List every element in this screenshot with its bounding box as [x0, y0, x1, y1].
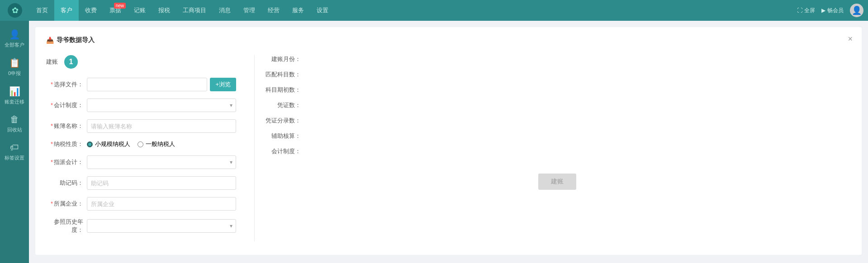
- voucher-count-row: 凭证数：: [264, 101, 851, 109]
- build-month-row: 建账月份：: [264, 55, 851, 63]
- step-label: 建账: [46, 58, 58, 66]
- voucher-entries-label: 凭证分录数：: [264, 117, 304, 125]
- build-account-button[interactable]: 建账: [538, 174, 576, 190]
- tags-icon: 🏷: [10, 142, 19, 153]
- history-year-label: 参照历史年度：: [46, 218, 87, 234]
- sidebar-item-all-clients[interactable]: 👤 全部客户: [1, 25, 28, 52]
- file-row: *选择文件： +浏览: [46, 78, 236, 91]
- nav-item-business[interactable]: 工商项目: [176, 0, 213, 21]
- form-right: 建账月份： 匹配科目数： 科目期初数： 凭证数：: [254, 55, 851, 241]
- accountant-select[interactable]: [87, 155, 236, 169]
- period-initial-label: 科目期初数：: [264, 86, 304, 94]
- right-accounting-system-label: 会计制度：: [264, 147, 304, 155]
- form-left: 建账 1 *选择文件： +浏览: [46, 55, 254, 241]
- new-badge: new: [114, 3, 126, 9]
- nav-item-tax[interactable]: 报税: [152, 0, 176, 21]
- build-btn-wrap: 建账: [264, 169, 851, 190]
- step-header: 建账 1: [46, 55, 236, 69]
- general-taxpayer-radio[interactable]: [138, 141, 143, 147]
- nav-items: 首页 客户 收费 票据 new 记账 报税 工商项目 消息 管理 经营 服务 设…: [30, 0, 797, 21]
- fullscreen-icon: ⛶: [797, 7, 802, 14]
- card-title: 📥 导爷数据导入: [46, 36, 851, 44]
- memo-code-row: 助记码：: [46, 176, 236, 190]
- nav-item-home[interactable]: 首页: [30, 0, 54, 21]
- form-area: 建账 1 *选择文件： +浏览: [46, 55, 851, 241]
- tax-type-radio-group: 小规模纳税人 一般纳税人: [87, 140, 175, 148]
- sidebar-item-declaration[interactable]: 📋 0申报: [1, 54, 28, 80]
- tax-type-row: *纳税性质： 小规模纳税人 一般纳税人: [46, 140, 236, 148]
- step-circle: 1: [64, 55, 78, 69]
- top-nav: ✿ 首页 客户 收费 票据 new 记账 报税 工商项目 消息 管理 经营 服务…: [0, 0, 868, 21]
- migration-icon: 📊: [9, 86, 20, 97]
- build-month-label: 建账月份：: [264, 55, 304, 63]
- import-icon: 📥: [46, 37, 54, 44]
- member-button[interactable]: ▶ 畅会员: [821, 7, 844, 14]
- nav-item-operation[interactable]: 经营: [261, 0, 286, 21]
- accounting-system-row: *会计制度：: [46, 99, 236, 112]
- accountant-select-wrap: [87, 155, 236, 169]
- declaration-icon: 📋: [9, 57, 20, 68]
- layout: 👤 全部客户 📋 0申报 📊 账套迁移 🗑 回收站 🏷 标签设置 📥 导爷数据导…: [0, 21, 868, 263]
- browse-button[interactable]: +浏览: [210, 78, 236, 91]
- voucher-count-label: 凭证数：: [264, 101, 304, 109]
- logo[interactable]: ✿: [5, 0, 25, 21]
- close-button[interactable]: ×: [848, 34, 853, 44]
- nav-item-bookkeeping[interactable]: 记账: [128, 0, 152, 21]
- nav-item-management[interactable]: 管理: [237, 0, 261, 21]
- accounting-system-select[interactable]: [87, 99, 236, 112]
- small-taxpayer-option[interactable]: 小规模纳税人: [87, 140, 130, 148]
- history-year-row: 参照历史年度：: [46, 218, 236, 234]
- import-card: 📥 导爷数据导入 × 建账 1 *选择文件：: [35, 27, 862, 255]
- sidebar-item-tags[interactable]: 🏷 标签设置: [1, 139, 28, 165]
- auxiliary-label: 辅助核算：: [264, 132, 304, 140]
- company-row: *所属企业：: [46, 197, 236, 211]
- recycle-icon: 🗑: [10, 114, 19, 125]
- fullscreen-button[interactable]: ⛶ 全屏: [797, 7, 815, 14]
- history-year-select[interactable]: [87, 219, 236, 233]
- nav-item-client[interactable]: 客户: [54, 0, 79, 21]
- avatar[interactable]: 👤: [850, 4, 863, 17]
- memo-code-label: 助记码：: [46, 179, 87, 187]
- nav-right: ⛶ 全屏 ▶ 畅会员 👤: [797, 4, 863, 17]
- ledger-name-row: *账簿名称：: [46, 119, 236, 133]
- file-input[interactable]: [87, 78, 207, 91]
- nav-item-settings[interactable]: 设置: [310, 0, 335, 21]
- company-label: *所属企业：: [46, 200, 87, 208]
- accounting-system-label: *会计制度：: [46, 101, 87, 109]
- ledger-name-input[interactable]: [87, 119, 236, 133]
- voucher-entries-row: 凭证分录数：: [264, 117, 851, 125]
- file-input-wrap: +浏览: [87, 78, 236, 91]
- main-content: 📥 导爷数据导入 × 建账 1 *选择文件：: [29, 21, 868, 263]
- period-initial-row: 科目期初数：: [264, 86, 851, 94]
- assign-accountant-row: *指派会计：: [46, 155, 236, 169]
- assign-accountant-label: *指派会计：: [46, 158, 87, 166]
- history-year-select-wrap: [87, 219, 236, 233]
- memo-code-input[interactable]: [87, 176, 236, 190]
- nav-item-fees[interactable]: 收费: [79, 0, 103, 21]
- nav-item-invoice[interactable]: 票据 new: [103, 0, 128, 21]
- match-accounts-row: 匹配科目数：: [264, 70, 851, 79]
- general-taxpayer-option[interactable]: 一般纳税人: [138, 140, 175, 148]
- sidebar-item-migration[interactable]: 📊 账套迁移: [1, 82, 28, 109]
- sidebar-item-recycle[interactable]: 🗑 回收站: [1, 111, 28, 137]
- ledger-name-label: *账簿名称：: [46, 122, 87, 130]
- accounting-system-select-wrap: [87, 99, 236, 112]
- nav-item-service[interactable]: 服务: [286, 0, 310, 21]
- auxiliary-row: 辅助核算：: [264, 132, 851, 140]
- right-accounting-system-row: 会计制度：: [264, 147, 851, 155]
- all-clients-icon: 👤: [9, 29, 20, 40]
- match-accounts-label: 匹配科目数：: [264, 70, 304, 79]
- small-taxpayer-radio[interactable]: [87, 141, 93, 147]
- company-input[interactable]: [87, 197, 236, 211]
- member-icon: ▶: [821, 7, 825, 14]
- tax-type-label: *纳税性质：: [46, 140, 87, 148]
- nav-item-message[interactable]: 消息: [213, 0, 237, 21]
- sidebar: 👤 全部客户 📋 0申报 📊 账套迁移 🗑 回收站 🏷 标签设置: [0, 21, 29, 263]
- file-label: *选择文件：: [46, 80, 87, 89]
- logo-icon: ✿: [8, 3, 22, 18]
